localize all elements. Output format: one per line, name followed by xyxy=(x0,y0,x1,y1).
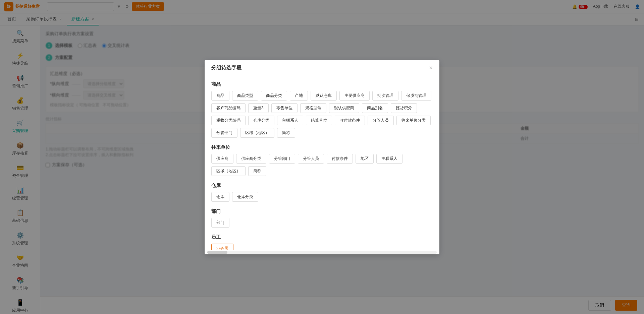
field-tag[interactable]: 付款条件 xyxy=(327,154,353,164)
field-tag[interactable]: 分管人员 xyxy=(298,154,324,164)
modal-close-btn[interactable]: × xyxy=(429,65,433,71)
field-tag[interactable]: 主联系人 xyxy=(376,154,402,164)
field-group-warehouse-title: 仓库 xyxy=(211,183,433,189)
field-group-employee: 员工 业务员 xyxy=(211,234,433,250)
field-group-product-title: 商品 xyxy=(211,81,433,87)
field-group-department-title: 部门 xyxy=(211,208,433,214)
modal-header: 分组待选字段 × xyxy=(205,60,439,76)
field-tag[interactable]: 分管人员 xyxy=(368,116,394,125)
field-tag[interactable]: 主要供应商 xyxy=(339,91,370,101)
field-tag[interactable]: 部门 xyxy=(211,218,229,228)
modal-overlay: 分组待选字段 × 商品 商品 商品类型 商品分类 产地 默认仓库 主要供应商 批… xyxy=(0,0,644,314)
field-tag[interactable]: 商品分类 xyxy=(261,91,287,101)
field-tag[interactable]: 业务员 xyxy=(211,244,233,250)
hscroll-thumb xyxy=(207,251,227,254)
field-tag[interactable]: 简称 xyxy=(277,128,295,138)
field-tag[interactable]: 商品 xyxy=(211,91,229,101)
field-tag[interactable]: 主联系人 xyxy=(277,116,303,125)
field-tag[interactable]: 仓库 xyxy=(211,192,229,202)
field-tag[interactable]: 简称 xyxy=(248,166,266,176)
field-tag[interactable]: 商品别名 xyxy=(362,103,388,113)
modal: 分组待选字段 × 商品 商品 商品类型 商品分类 产地 默认仓库 主要供应商 批… xyxy=(205,60,439,254)
modal-body: 商品 商品 商品类型 商品分类 产地 默认仓库 主要供应商 批次管理 保质期管理… xyxy=(205,76,439,250)
field-group-warehouse: 仓库 仓库 仓库分类 xyxy=(211,183,433,202)
hscroll-bar xyxy=(207,251,437,254)
field-group-partner: 往来单位 供应商 供应商分类 分管部门 分管人员 付款条件 地区 主联系人 区域… xyxy=(211,144,433,176)
field-tags-employee: 业务员 xyxy=(211,244,433,250)
field-tag[interactable]: 仓库分类 xyxy=(232,192,258,202)
field-tag[interactable]: 批次管理 xyxy=(372,91,398,101)
field-group-partner-title: 往来单位 xyxy=(211,144,433,150)
field-tag[interactable]: 结算单位 xyxy=(306,116,332,125)
field-tags-warehouse: 仓库 仓库分类 xyxy=(211,192,433,202)
field-tag[interactable]: 地区 xyxy=(356,154,374,164)
field-tag[interactable]: 商品类型 xyxy=(232,91,258,101)
field-tag[interactable]: 区域（地区） xyxy=(211,166,246,176)
field-tag[interactable]: 保质期管理 xyxy=(401,91,431,101)
field-tag[interactable]: 零售单位 xyxy=(271,103,298,113)
field-tag[interactable]: 产地 xyxy=(290,91,308,101)
modal-title: 分组待选字段 xyxy=(211,65,241,71)
field-tags-partner: 供应商 供应商分类 分管部门 分管人员 付款条件 地区 主联系人 区域（地区） … xyxy=(211,154,433,176)
field-group-product: 商品 商品 商品类型 商品分类 产地 默认仓库 主要供应商 批次管理 保质期管理… xyxy=(211,81,433,138)
field-tag[interactable]: 仓库分类 xyxy=(248,116,274,125)
field-tag[interactable]: 供应商分类 xyxy=(236,154,266,164)
field-tag[interactable]: 收付款条件 xyxy=(335,116,365,125)
modal-hscroll[interactable] xyxy=(205,250,439,254)
field-tag[interactable]: 重量3 xyxy=(248,103,269,113)
field-tag[interactable]: 拣货积分 xyxy=(391,103,417,113)
field-tag[interactable]: 默认供应商 xyxy=(329,103,359,113)
field-tag[interactable]: 税收分类编码 xyxy=(211,116,246,125)
field-tags-department: 部门 xyxy=(211,218,433,228)
field-group-employee-title: 员工 xyxy=(211,234,433,240)
field-tag[interactable]: 规格型号 xyxy=(300,103,326,113)
field-tag[interactable]: 默认仓库 xyxy=(311,91,337,101)
field-tag[interactable]: 区域（地区） xyxy=(240,128,274,138)
field-tag[interactable]: 分管部门 xyxy=(211,128,237,138)
field-tag[interactable]: 分管部门 xyxy=(269,154,295,164)
field-group-department: 部门 部门 xyxy=(211,208,433,228)
field-tag[interactable]: 往来单位分类 xyxy=(396,116,431,125)
field-tag[interactable]: 供应商 xyxy=(211,154,233,164)
field-tag[interactable]: 客户商品编码 xyxy=(211,103,246,113)
field-tags-product: 商品 商品类型 商品分类 产地 默认仓库 主要供应商 批次管理 保质期管理 客户… xyxy=(211,91,433,138)
